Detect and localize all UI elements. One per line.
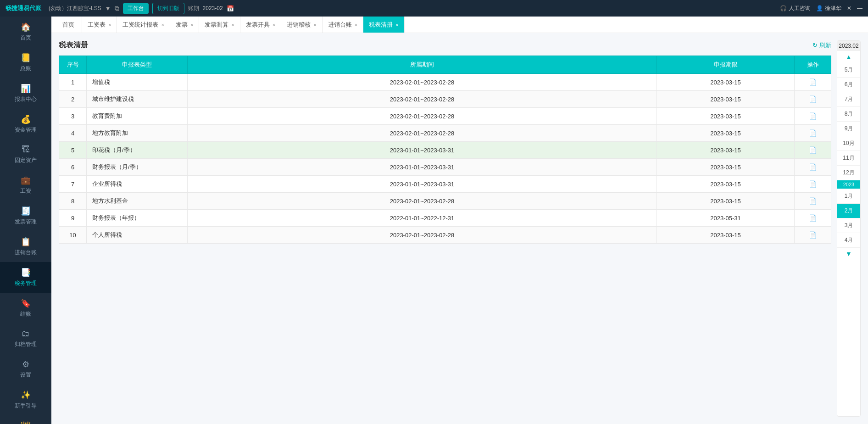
cal-month-8[interactable]: 8月 xyxy=(837,107,860,122)
cal-month-10[interactable]: 10月 xyxy=(837,136,860,151)
cell-action: 📄 xyxy=(795,193,831,210)
minimize-icon[interactable]: — xyxy=(857,5,862,11)
tab-invoice-label: 发票 xyxy=(176,21,188,29)
user-avatar[interactable]: 👤 徐泽华 xyxy=(816,5,841,12)
table-row: 2 城市维护建设税 2023-02-01~2023-02-28 2023-03-… xyxy=(59,91,831,108)
headset-icon: 🎧 xyxy=(780,5,787,11)
cell-action: 📄 xyxy=(795,74,831,91)
sidebar-item-invoice[interactable]: 🧾 发票管理 xyxy=(0,201,51,231)
cal-month-1[interactable]: 1月 xyxy=(837,189,860,204)
cal-month-2[interactable]: 2月 xyxy=(837,204,860,218)
action-doc-icon[interactable]: 📄 xyxy=(809,129,817,137)
tab-salary-report[interactable]: 工资统计报表 × xyxy=(117,17,170,33)
cal-month-4[interactable]: 4月 xyxy=(837,233,860,248)
action-doc-icon[interactable]: 📄 xyxy=(809,197,817,205)
cal-month-6[interactable]: 6月 xyxy=(837,78,860,92)
sidebar-item-ledger[interactable]: 📒 总账 xyxy=(0,47,51,78)
tab-tax-clear-label: 税表清册 xyxy=(369,21,393,29)
tab-invoice-open-label: 发票开具 xyxy=(246,21,270,29)
tab-salary-report-close[interactable]: × xyxy=(161,22,164,28)
copy-icon[interactable]: ⧉ xyxy=(115,5,119,12)
tab-invoice-calc[interactable]: 发票测算 × xyxy=(199,17,240,33)
sidebar-item-report[interactable]: 📊 报表中心 xyxy=(0,78,51,109)
ai-consult-btn[interactable]: 🎧 人工咨询 xyxy=(780,5,811,12)
cell-deadline: 2023-03-15 xyxy=(657,74,795,91)
tab-salary-label: 工资表 xyxy=(88,21,106,29)
fund-icon: 💰 xyxy=(21,114,31,124)
action-doc-icon[interactable]: 📄 xyxy=(809,231,817,239)
cell-no: 9 xyxy=(59,210,87,227)
sidebar-label-archive: 归档管理 xyxy=(15,340,37,348)
tab-bar: 首页 工资表 × 工资统计报表 × 发票 × 发票测算 × 发票开具 × xyxy=(51,17,868,33)
cell-period: 2023-01-01~2023-03-31 xyxy=(188,142,657,159)
action-doc-icon[interactable]: 📄 xyxy=(809,146,817,154)
table-row: 9 财务报表（年报） 2022-01-01~2022-12-31 2023-05… xyxy=(59,210,831,227)
cal-month-12[interactable]: 12月 xyxy=(837,166,860,180)
action-doc-icon[interactable]: 📄 xyxy=(809,214,817,222)
cell-no: 7 xyxy=(59,176,87,193)
action-doc-icon[interactable]: 📄 xyxy=(809,78,817,86)
data-table: 序号 申报表类型 所属期间 申报期限 操作 1 增值税 2023-02-01~2… xyxy=(59,56,831,417)
sidebar-item-purchase[interactable]: 📋 进销台账 xyxy=(0,231,51,262)
cell-action: 📄 xyxy=(795,91,831,108)
calendar-icon[interactable]: 📅 xyxy=(227,5,234,12)
action-doc-icon[interactable]: 📄 xyxy=(809,95,817,103)
cal-month-3[interactable]: 3月 xyxy=(837,218,860,233)
action-doc-icon[interactable]: 📄 xyxy=(809,112,817,120)
sidebar-label-tax: 税务管理 xyxy=(15,279,37,287)
sidebar-item-fund[interactable]: 💰 资金管理 xyxy=(0,109,51,139)
main-layout: 🏠 首页 📒 总账 📊 报表中心 💰 资金管理 🏗 固定资产 💼 工资 🧾 发票… xyxy=(0,17,868,424)
main-panel: 税表清册 ↻ 刷新 序号 申报表类型 所属期间 申报期限 xyxy=(59,40,831,417)
action-doc-icon[interactable]: 📄 xyxy=(809,163,817,171)
cell-type: 教育费附加 xyxy=(87,108,188,125)
cal-year-2023[interactable]: 2023 xyxy=(837,180,860,189)
sidebar-item-home[interactable]: 🏠 首页 xyxy=(0,17,51,47)
tab-invoice-open[interactable]: 发票开具 × xyxy=(240,17,281,33)
fixed-icon: 🏗 xyxy=(22,145,30,155)
cal-month-7[interactable]: 7月 xyxy=(837,92,860,107)
sidebar-item-tax[interactable]: 📑 税务管理 xyxy=(0,262,51,293)
cal-down-button[interactable]: ▼ xyxy=(837,248,860,260)
cell-no: 8 xyxy=(59,193,87,210)
tab-tax-clear-close[interactable]: × xyxy=(395,22,398,28)
guide-icon: ✨ xyxy=(21,390,31,400)
workbench-button[interactable]: 工作台 xyxy=(123,3,149,14)
tab-salary-close[interactable]: × xyxy=(108,22,111,28)
close-icon[interactable]: ✕ xyxy=(847,5,851,11)
tab-tax-clear[interactable]: 税表清册 × xyxy=(363,17,404,33)
action-doc-icon[interactable]: 📄 xyxy=(809,180,817,188)
cal-up-button[interactable]: ▲ xyxy=(837,51,860,63)
cal-month-9[interactable]: 9月 xyxy=(837,122,860,136)
sidebar-item-vip[interactable]: 👑 畅会员 xyxy=(0,415,51,424)
table-row: 3 教育费附加 2023-02-01~2023-02-28 2023-03-15… xyxy=(59,108,831,125)
calendar-panel: 2023.02 ▲ 5月 6月 7月 8月 9月 10月 11月 12月 202… xyxy=(837,40,861,417)
tab-invoice-open-close[interactable]: × xyxy=(273,22,275,28)
cell-no: 3 xyxy=(59,108,87,125)
tab-purchase-ledger-close[interactable]: × xyxy=(355,22,357,28)
tab-invoice[interactable]: 发票 × xyxy=(170,17,199,33)
sidebar-item-guide[interactable]: ✨ 新手引导 xyxy=(0,385,51,415)
cal-month-11[interactable]: 11月 xyxy=(837,151,860,166)
tab-purchase-ledger[interactable]: 进销台账 × xyxy=(323,17,363,33)
cell-no: 5 xyxy=(59,142,87,159)
tab-salary[interactable]: 工资表 × xyxy=(82,17,117,33)
tab-invoice-calc-close[interactable]: × xyxy=(231,22,234,28)
sidebar-item-settle[interactable]: 🔖 结账 xyxy=(0,293,51,324)
tab-purchase-check[interactable]: 进销稽核 × xyxy=(281,17,322,33)
refresh-button[interactable]: ↻ 刷新 xyxy=(812,41,831,50)
tab-invoice-close[interactable]: × xyxy=(190,22,193,28)
table-row: 10 个人所得税 2023-02-01~2023-02-28 2023-03-1… xyxy=(59,227,831,244)
sidebar-item-archive[interactable]: 🗂 归档管理 xyxy=(0,324,51,354)
sidebar-item-settings[interactable]: ⚙ 设置 xyxy=(0,354,51,385)
switch-old-button[interactable]: 切到旧版 xyxy=(152,3,184,14)
sidebar-item-wage[interactable]: 💼 工资 xyxy=(0,170,51,201)
dropdown-icon[interactable]: ▼ xyxy=(105,5,111,12)
tab-purchase-check-close[interactable]: × xyxy=(313,22,316,28)
table-row: 5 印花税（月/季） 2023-01-01~2023-03-31 2023-03… xyxy=(59,142,831,159)
tab-home[interactable]: 首页 xyxy=(55,17,82,33)
cell-type: 个人所得税 xyxy=(87,227,188,244)
sidebar-label-invoice: 发票管理 xyxy=(15,218,37,226)
invoice-icon: 🧾 xyxy=(21,206,31,216)
cal-month-5[interactable]: 5月 xyxy=(837,63,860,78)
sidebar-item-fixed[interactable]: 🏗 固定资产 xyxy=(0,139,51,170)
